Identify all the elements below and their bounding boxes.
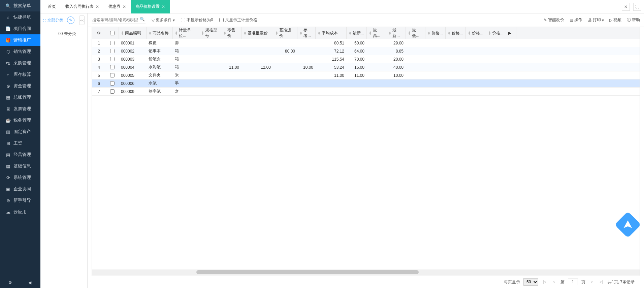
sidebar-item-0[interactable]: 🔍搜索菜单: [0, 0, 40, 11]
page-number-input[interactable]: [568, 279, 578, 285]
col-retail[interactable]: ▲▼零售价: [221, 27, 242, 39]
cell-end: [506, 51, 516, 52]
more-conditions-button[interactable]: ▽ 更多条件 ▾: [152, 17, 175, 23]
sidebar-item-3[interactable]: 🎁营销推广: [0, 34, 40, 46]
sidebar-item-18[interactable]: ☁云应用: [0, 206, 40, 218]
sidebar-item-5[interactable]: 🛍采购管理: [0, 57, 40, 69]
col-price4[interactable]: ▲▼价格...: [486, 27, 506, 39]
col-base-purchase[interactable]: ▲▼基准进价: [273, 27, 297, 39]
horizontal-scrollbar[interactable]: [92, 269, 640, 275]
sidebar-item-12[interactable]: ⊞工资: [0, 137, 40, 149]
sidebar-item-8[interactable]: ▦总账管理: [0, 92, 40, 103]
row-checkbox[interactable]: [106, 89, 119, 94]
sidebar-icon: ⬡: [5, 49, 11, 54]
col-reference[interactable]: ▲▼参考...: [297, 27, 316, 39]
prev-page-button[interactable]: <: [551, 280, 557, 284]
table-row[interactable]: 1000001橡皮套80.5150.0029.00: [92, 39, 640, 47]
select-all-checkbox[interactable]: [106, 27, 119, 39]
print-button[interactable]: 🖶 打印 ▾: [588, 17, 604, 23]
col-wholesale[interactable]: ▲▼基准批发价: [242, 27, 273, 39]
close-all-tabs-button[interactable]: ✕: [622, 3, 630, 11]
tab-2[interactable]: 优惠券✕: [104, 0, 131, 13]
sidebar-item-7[interactable]: ⊗资金管理: [0, 80, 40, 92]
sidebar-item-13[interactable]: ▤经营管理: [0, 149, 40, 160]
col-product-name[interactable]: ▲▼商品名称: [147, 27, 173, 39]
sidebar-item-label: 新手引导: [13, 197, 31, 203]
close-icon[interactable]: ✕: [123, 4, 126, 9]
first-page-button[interactable]: |<: [542, 280, 548, 284]
cell-new2: [386, 91, 406, 92]
col-spec[interactable]: ▲▼规格型号: [199, 27, 221, 39]
sidebar-item-label: 工资: [13, 140, 22, 146]
sidebar-item-6[interactable]: ⌂库存核算: [0, 69, 40, 80]
col-lowest[interactable]: ▲▼最低...: [406, 27, 425, 39]
smart-price-button[interactable]: ✎ 智能改价: [544, 17, 564, 23]
sidebar-item-10[interactable]: ☕税务管理: [0, 115, 40, 126]
last-page-button[interactable]: >|: [598, 280, 604, 284]
col-price3[interactable]: ▲▼价格...: [466, 27, 486, 39]
collapse-panel-button[interactable]: ≪: [79, 15, 85, 25]
sidebar-item-4[interactable]: ⬡销售管理: [0, 46, 40, 57]
row-index: 7: [92, 89, 106, 95]
table-row[interactable]: 6000006水笔手: [92, 79, 640, 88]
sidebar-icon: ☕: [5, 118, 11, 123]
cell-p4: [486, 42, 506, 44]
cell-p4: [486, 83, 506, 84]
fullscreen-button[interactable]: ⛶: [633, 3, 641, 11]
table-row[interactable]: 3000003铅笔盒箱115.5470.0020.00: [92, 55, 640, 63]
sidebar-item-17[interactable]: ⊕新手引导: [0, 195, 40, 206]
close-icon[interactable]: ✕: [162, 4, 165, 9]
video-help-button[interactable]: ▷ 视频: [609, 17, 621, 23]
sidebar-item-2[interactable]: 📄项目合同: [0, 23, 40, 34]
sidebar-item-15[interactable]: ⟳系统管理: [0, 172, 40, 183]
column-settings-icon[interactable]: ⚙: [92, 27, 106, 39]
all-categories-link[interactable]: 全部分类: [43, 18, 63, 23]
cell-p2: [446, 91, 466, 92]
search-input[interactable]: [92, 16, 146, 24]
table-row[interactable]: 2000002记事本箱80.0072.1264.008.85: [92, 47, 640, 55]
per-page-select[interactable]: 50: [523, 278, 538, 286]
close-icon[interactable]: ✕: [96, 4, 99, 9]
cell-name: 记事本: [147, 47, 173, 55]
help-button[interactable]: ⓘ 帮助: [627, 17, 640, 23]
col-highest[interactable]: ▲▼最高...: [367, 27, 386, 39]
col-latest1[interactable]: ▲▼最新...: [347, 27, 367, 39]
sidebar-item-16[interactable]: ▣企业协同: [0, 183, 40, 195]
sidebar-item-14[interactable]: ▦基础信息: [0, 160, 40, 172]
hide-zero-price-checkbox[interactable]: 不显示价格为0: [181, 17, 213, 23]
table-row[interactable]: 5000005文件夹米11.0011.0010.00: [92, 71, 640, 79]
sidebar-item-11[interactable]: ▥固定资产: [0, 126, 40, 137]
col-unit[interactable]: ▲▼计量单位...: [173, 27, 199, 39]
col-product-code[interactable]: ▲▼商品编码: [119, 27, 147, 39]
next-page-button[interactable]: >: [589, 280, 595, 284]
col-scroll[interactable]: ▶: [506, 27, 516, 39]
col-latest2[interactable]: ▲▼最新...: [386, 27, 406, 39]
sidebar-item-9[interactable]: 🖶发票管理: [0, 103, 40, 115]
sidebar-icon: ⊕: [5, 198, 11, 203]
col-price1[interactable]: ▲▼价格...: [425, 27, 446, 39]
row-checkbox[interactable]: [106, 64, 119, 70]
tab-1[interactable]: 收入合同执行表✕: [61, 0, 104, 13]
table-row[interactable]: 7000009签字笔盒: [92, 88, 640, 96]
row-checkbox[interactable]: [106, 56, 119, 62]
col-avg-cost[interactable]: ▲▼平均成本: [316, 27, 347, 39]
main-unit-only-checkbox[interactable]: 只显示主计量价格: [219, 17, 257, 23]
operate-button[interactable]: ▤ 操作: [570, 17, 582, 23]
cell-p1: [425, 91, 446, 92]
cell-new: 64.00: [347, 48, 367, 54]
row-checkbox[interactable]: [106, 48, 119, 54]
settings-icon[interactable]: ⚙: [0, 277, 20, 288]
tab-3[interactable]: 商品价格设置✕: [131, 0, 170, 13]
row-checkbox[interactable]: [106, 72, 119, 78]
search-icon[interactable]: 🔍: [140, 17, 145, 22]
row-index: 6: [92, 81, 106, 87]
category-item[interactable]: 00 未分类: [40, 30, 87, 38]
col-price2[interactable]: ▲▼价格...: [446, 27, 466, 39]
tab-0[interactable]: 首页: [43, 0, 61, 13]
table-row[interactable]: 4000004水彩笔箱11.0012.0010.0053.2415.0040.0…: [92, 63, 640, 71]
edit-category-button[interactable]: ✎: [67, 17, 74, 24]
sidebar-item-1[interactable]: ⌂快捷导航: [0, 11, 40, 23]
row-checkbox[interactable]: [106, 40, 119, 46]
row-checkbox[interactable]: [106, 81, 119, 86]
collapse-sidebar-icon[interactable]: ◀-: [20, 277, 40, 288]
